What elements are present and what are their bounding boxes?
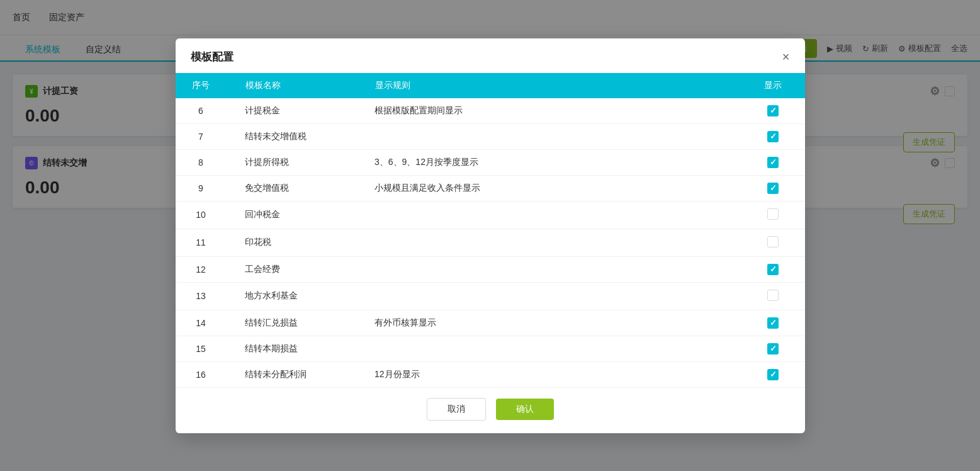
cell-seq: 9 xyxy=(176,175,226,201)
checkbox-unchecked[interactable] xyxy=(767,236,779,247)
table-row: 12工会经费 xyxy=(176,256,804,282)
col-show: 显示 xyxy=(741,73,804,98)
template-table: 序号 模板名称 显示规则 显示 6计提税金根据模版配置期间显示7结转未交增值税8… xyxy=(176,73,805,388)
table-row: 6计提税金根据模版配置期间显示 xyxy=(176,98,804,123)
cell-name: 结转本期损益 xyxy=(226,336,364,361)
checkbox-checked[interactable] xyxy=(767,183,779,194)
table-row: 9免交增值税小规模且满足收入条件显示 xyxy=(176,175,804,201)
checkbox-checked[interactable] xyxy=(767,157,779,168)
cell-show[interactable] xyxy=(741,201,804,229)
cell-seq: 10 xyxy=(176,201,226,229)
cell-rule xyxy=(364,336,741,361)
cell-rule: 根据模版配置期间显示 xyxy=(364,98,741,123)
table-row: 15结转本期损益 xyxy=(176,336,804,361)
cell-name: 计提所得税 xyxy=(226,149,364,175)
cell-name: 印花税 xyxy=(226,229,364,256)
cell-rule: 有外币核算显示 xyxy=(364,310,741,336)
dialog-close-button[interactable]: × xyxy=(782,50,790,63)
cell-name: 工会经费 xyxy=(226,256,364,282)
cell-name: 计提税金 xyxy=(226,98,364,123)
cell-show[interactable] xyxy=(741,98,804,123)
cell-rule: 小规模且满足收入条件显示 xyxy=(364,175,741,201)
table-row: 7结转未交增值税 xyxy=(176,123,804,149)
cell-name: 地方水利基金 xyxy=(226,282,364,310)
table-row: 13地方水利基金 xyxy=(176,282,804,310)
cell-seq: 16 xyxy=(176,361,226,387)
cell-rule xyxy=(364,201,741,229)
checkbox-checked[interactable] xyxy=(767,369,779,380)
checkbox-checked[interactable] xyxy=(767,105,779,116)
cell-rule: 12月份显示 xyxy=(364,361,741,387)
dialog-title: 模板配置 xyxy=(191,50,234,64)
table-row: 14结转汇兑损益有外币核算显示 xyxy=(176,310,804,336)
table-header-row: 序号 模板名称 显示规则 显示 xyxy=(176,73,804,98)
cell-seq: 11 xyxy=(176,229,226,256)
confirm-button[interactable]: 确认 xyxy=(496,399,554,420)
cell-name: 结转未分配利润 xyxy=(226,361,364,387)
col-name: 模板名称 xyxy=(226,73,364,98)
col-rule: 显示规则 xyxy=(364,73,741,98)
cell-show[interactable] xyxy=(741,310,804,336)
modal-overlay: 模板配置 × 序号 模板名称 显示规则 显示 6计提税金根据模版配置期间显示7结… xyxy=(0,0,980,471)
cell-show[interactable] xyxy=(741,149,804,175)
cell-show[interactable] xyxy=(741,256,804,282)
template-config-dialog: 模板配置 × 序号 模板名称 显示规则 显示 6计提税金根据模版配置期间显示7结… xyxy=(176,38,805,433)
cell-show[interactable] xyxy=(741,175,804,201)
checkbox-unchecked[interactable] xyxy=(767,290,779,301)
checkbox-checked[interactable] xyxy=(767,131,779,142)
cell-rule xyxy=(364,256,741,282)
table-row: 8计提所得税3、6、9、12月按季度显示 xyxy=(176,149,804,175)
cancel-button[interactable]: 取消 xyxy=(427,398,486,421)
cell-seq: 8 xyxy=(176,149,226,175)
table-row: 11印花税 xyxy=(176,229,804,256)
table-wrapper[interactable]: 序号 模板名称 显示规则 显示 6计提税金根据模版配置期间显示7结转未交增值税8… xyxy=(176,73,805,388)
cell-rule xyxy=(364,123,741,149)
cell-seq: 12 xyxy=(176,256,226,282)
dialog-footer: 取消 确认 xyxy=(176,388,805,433)
cell-seq: 7 xyxy=(176,123,226,149)
cell-name: 结转未交增值税 xyxy=(226,123,364,149)
dialog-header: 模板配置 × xyxy=(176,38,805,73)
cell-rule xyxy=(364,229,741,256)
cell-show[interactable] xyxy=(741,336,804,361)
cell-show[interactable] xyxy=(741,361,804,387)
cell-seq: 14 xyxy=(176,310,226,336)
cell-show[interactable] xyxy=(741,282,804,310)
checkbox-unchecked[interactable] xyxy=(767,208,779,220)
checkbox-checked[interactable] xyxy=(767,343,779,355)
table-row: 16结转未分配利润12月份显示 xyxy=(176,361,804,387)
cell-name: 回冲税金 xyxy=(226,201,364,229)
table-row: 10回冲税金 xyxy=(176,201,804,229)
cell-rule xyxy=(364,282,741,310)
cell-seq: 13 xyxy=(176,282,226,310)
cell-show[interactable] xyxy=(741,229,804,256)
cell-name: 结转汇兑损益 xyxy=(226,310,364,336)
col-seq: 序号 xyxy=(176,73,226,98)
cell-name: 免交增值税 xyxy=(226,175,364,201)
cell-seq: 15 xyxy=(176,336,226,361)
cell-rule: 3、6、9、12月按季度显示 xyxy=(364,149,741,175)
checkbox-checked[interactable] xyxy=(767,317,779,329)
cell-seq: 6 xyxy=(176,98,226,123)
checkbox-checked[interactable] xyxy=(767,264,779,275)
cell-show[interactable] xyxy=(741,123,804,149)
